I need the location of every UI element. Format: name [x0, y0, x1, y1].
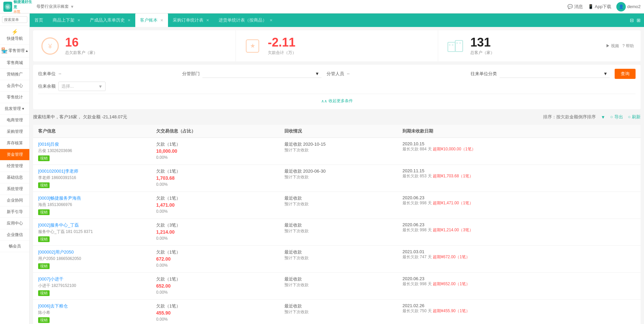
results-actions: 排序：按欠款金额倒序排序 ▼ ○ 导出 ○ 刷新 [543, 114, 641, 120]
video-btn[interactable]: ▶ 视频 [606, 43, 619, 49]
last-collection: 最近收款 [284, 195, 402, 201]
debt-percent: 0.00% [156, 290, 284, 295]
overdue-link[interactable]: 超期¥10,000.00（1笔） [433, 147, 476, 151]
sidebar-item-system[interactable]: 系统管理 [0, 183, 29, 195]
sidebar-item-new-guide[interactable]: 新手引导 [0, 206, 29, 218]
debt-info-cell: 欠款（1笔） 10,000.00 0.00% [156, 141, 284, 160]
sidebar-item-retail-mall[interactable]: 零售商城 [0, 57, 29, 69]
search-input[interactable] [2, 16, 27, 23]
overdue-link[interactable]: 超期¥1,703.68（1笔） [433, 174, 473, 178]
debt-total-info: -2.11 欠款合计（万） [268, 36, 431, 56]
sidebar-item-marketing[interactable]: 营销推广 [0, 69, 29, 80]
category-filter-dropdown[interactable]: ▼ [500, 70, 610, 78]
close-tab-inventory-stats[interactable]: ✕ [270, 18, 273, 23]
help-btn[interactable]: ? 帮助 [622, 43, 634, 49]
collapse-icon: ∧∧ [321, 99, 327, 104]
customer-filter-ellipsis[interactable]: ··· [58, 71, 61, 77]
table-row: [0003]畅捷服务尹海燕 海燕 18513066976 现销 欠款（1笔） 1… [33, 192, 641, 219]
overdue-link[interactable]: 超期¥652.00（1笔） [433, 282, 470, 286]
table-row: [000002]用户2050 用户2050 18665062050 现销 欠款（… [33, 246, 641, 273]
tab-product-history[interactable]: 产成品入库单历史 ✕ [85, 13, 135, 27]
overdue-link[interactable]: 超期¥672.00（1笔） [433, 255, 470, 259]
customer-name-link[interactable]: [0006]去下粮仓 [38, 303, 68, 308]
due-date: 2020.11.15 [402, 168, 636, 173]
overdue-link[interactable]: 超期¥1,471.00（1笔） [433, 201, 473, 205]
filter-row-1: 往来单位 ··· 分管部门 ▼ 分管人员 ··· [38, 69, 636, 79]
tab-product-shelf[interactable]: 商品上下架 ✕ [48, 13, 85, 27]
restore-window-icon[interactable]: ⊟ [630, 18, 634, 23]
tab-inventory-stats[interactable]: 进货单统计表（按商品） ✕ [214, 13, 277, 27]
debt-label: 欠款（1笔） [156, 168, 284, 174]
next-collection: 预计下次收款 [284, 282, 402, 288]
user-profile[interactable]: 👤 demo2 [616, 2, 641, 11]
svg-rect-7 [455, 40, 463, 52]
table-row: [0007]小进干 小进干 18279152100 现销 欠款（1笔） 652.… [33, 273, 641, 300]
customer-name-link[interactable]: [0016]吕俊 [38, 142, 59, 147]
max-overdue-days: 最长欠款 998 天 超期¥1,214.00（3笔） [402, 227, 636, 233]
max-overdue-days: 最长欠款 853 天 超期¥1,703.68（1笔） [402, 173, 636, 179]
last-collection: 最近收款 [284, 276, 402, 282]
export-btn[interactable]: ○ 导出 [610, 114, 623, 120]
debt-amount: 455.90 [156, 310, 284, 316]
sidebar-item-wholesale-mgmt[interactable]: 批发管理 ▼ [0, 103, 29, 115]
sidebar-item-operations[interactable]: 经营管理 [0, 160, 29, 172]
sidebar-item-basic-info[interactable]: 基础信息 [0, 172, 29, 183]
debt-amount: 1,214.00 [156, 229, 284, 235]
tab-purchase-order[interactable]: 采购订单统计表 ✕ [168, 13, 214, 27]
debt-info-cell: 欠款（1笔） 1,703.68 0.00% [156, 168, 284, 187]
customer-contact: 用户2050 18665062050 [38, 256, 156, 262]
tab-customer-account[interactable]: 客户账本 ✕ [135, 13, 168, 27]
collection-cell: 最近收款 预计下次收款 [284, 303, 402, 315]
sort-dropdown-arrow[interactable]: ▼ [601, 115, 605, 120]
sidebar-item-retail-mgmt[interactable]: 🏪 零售管理 ▲ [0, 45, 29, 57]
next-collection: 预计下次收款 [284, 174, 402, 180]
customer-name-link[interactable]: [000002]用户2050 [38, 249, 74, 255]
close-tab-product-history[interactable]: ✕ [128, 18, 131, 23]
customer-filter-label: 往来单位 [38, 71, 56, 77]
customer-contact: 吕俊 13026203696 [38, 148, 156, 154]
sidebar-item-app-center[interactable]: 应用中心 [0, 218, 29, 229]
overdue-link[interactable]: 超期¥455.90（1笔） [433, 308, 470, 313]
close-tab-product-shelf[interactable]: ✕ [77, 18, 80, 23]
sidebar-item-vip-member[interactable]: 畅会员 [0, 241, 29, 252]
tab-home[interactable]: 首页 [30, 13, 48, 27]
sidebar-item-enterprise-wechat[interactable]: 企业微信 [0, 229, 29, 241]
overdue-link[interactable]: 超期¥1,214.00（3笔） [433, 228, 473, 232]
sidebar-item-purchase-mgmt[interactable]: 采购管理 [0, 126, 29, 138]
maximize-window-icon[interactable]: ⊞ [637, 18, 641, 23]
user-avatar: 👤 [616, 2, 626, 11]
customer-name-link[interactable]: [0007]小进干 [38, 276, 63, 282]
refresh-btn[interactable]: ○ 刷新 [628, 114, 641, 120]
customer-name-link[interactable]: [0002]服务中心_丁磊 [38, 223, 79, 228]
sidebar-item-inventory[interactable]: 库存核算 [0, 138, 29, 149]
close-tab-customer-account[interactable]: ✕ [160, 18, 163, 23]
customer-name-link[interactable]: [0001020001]李老师 [38, 169, 78, 174]
sidebar-item-retail-stats[interactable]: 零售统计 [0, 92, 29, 103]
collapse-filters-btn[interactable]: ∧∧ 收起更多条件 [38, 97, 636, 105]
customer-info-cell: [0016]吕俊 吕俊 13026203696 现销 [38, 141, 156, 161]
debt-info-cell: 欠款（1笔） 672.00 0.00% [156, 249, 284, 268]
close-tab-purchase-order[interactable]: ✕ [206, 18, 209, 23]
sidebar-item-ecom-mgmt[interactable]: 电商管理 [0, 115, 29, 126]
summary-card-debtor-customers: ¥ 16 总欠款客户（家） [33, 30, 236, 61]
debtor-customers-number: 16 [65, 36, 229, 49]
collection-cell: 最近收款 2020-10-15 预计下次收款 [284, 141, 402, 153]
customer-name-link[interactable]: [0003]畅捷服务尹海燕 [38, 196, 81, 201]
sidebar-item-member-center[interactable]: 会员中心 [0, 80, 29, 92]
debt-label: 欠款（1笔） [156, 303, 284, 309]
filter-row-2: 往来余额 选择... ▼ [38, 82, 636, 91]
sort-label: 排序：按欠款金额倒序排序 [543, 114, 596, 120]
sidebar-item-enterprise[interactable]: 企业协同 [0, 195, 29, 206]
due-date-cell: 2020.06.23 最长欠款 998 天 超期¥1,214.00（3笔） [402, 222, 636, 233]
sidebar-item-finance[interactable]: 资金管理 [0, 149, 29, 160]
search-button[interactable]: 查询 [615, 69, 636, 79]
dept-filter-dropdown[interactable]: ▼ [202, 70, 321, 78]
total-customers-icon [445, 36, 465, 56]
app-download-btn[interactable]: 📱 App下载 [588, 4, 611, 10]
message-btn[interactable]: 💬 消息 [567, 4, 583, 10]
industry-selector[interactable]: 母婴行业演示账套 ▼ [36, 4, 74, 9]
balance-filter-select[interactable]: 选择... ▼ [58, 82, 106, 91]
person-filter-ellipsis[interactable]: ··· [347, 71, 349, 77]
sidebar-item-quick-nav[interactable]: ⚡ 快捷导航 [0, 26, 29, 45]
sidebar: ⚡ 快捷导航 🏪 零售管理 ▲ 零售商城 营销推广 会员中心 零售统计 批发管理 [0, 13, 30, 324]
